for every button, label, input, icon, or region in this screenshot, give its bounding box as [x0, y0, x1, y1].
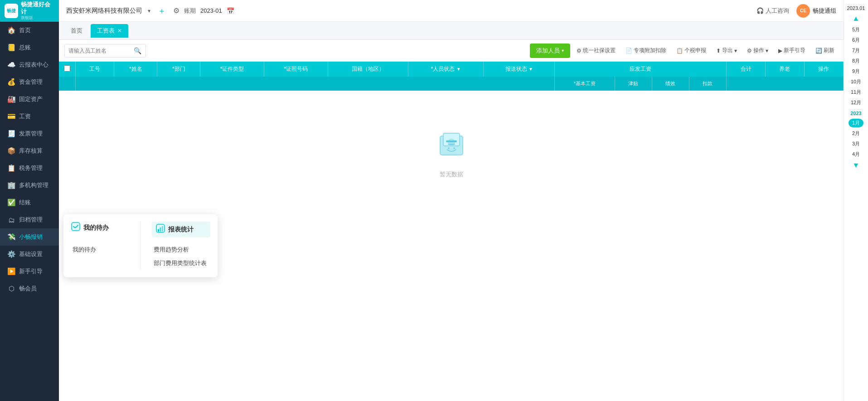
sidebar-item-archive[interactable]: 🗂归档管理	[0, 211, 59, 228]
sidebar-item-cloud-report[interactable]: ☁️云报表中心	[0, 56, 59, 73]
timeline-month[interactable]: 7月	[850, 45, 862, 56]
sidebar-item-member[interactable]: ⬡畅会员	[0, 280, 59, 297]
main-area: 西安虾米网络科技有限公司 ▾ ＋ ⚙ 账期 2023-01 📅 🎧 人工咨询 C…	[59, 0, 844, 401]
topbar-right: 🎧 人工咨询 CE 畅捷通组	[756, 4, 836, 18]
sidebar-item-xiaochang[interactable]: 💸小畅报销	[0, 228, 59, 246]
topbar-settings-icon[interactable]: ⚙	[173, 6, 179, 15]
new-guide-action[interactable]: ▶ 新手引导	[775, 45, 809, 56]
timeline-month[interactable]: 4月	[851, 149, 861, 159]
timeline-month[interactable]: 11月	[850, 87, 862, 97]
sidebar-item-invoice[interactable]: 🧾发票管理	[0, 125, 59, 142]
tab-home[interactable]: 首页	[64, 24, 89, 38]
svg-point-5	[448, 147, 450, 149]
logo-icon: 畅捷	[5, 4, 18, 18]
service-button[interactable]: 🎧 人工咨询	[756, 7, 789, 15]
svg-rect-9	[158, 229, 159, 232]
sidebar-item-multi-org[interactable]: 🏢多机构管理	[0, 177, 59, 194]
topbar-add-icon[interactable]: ＋	[155, 5, 169, 17]
toolbar: 🔍 添加人员 ▾ ⚙ 统一社保设置 📄 专项附加扣除 📋 个税申报	[59, 40, 844, 62]
no-data-text: 暂无数据	[440, 170, 463, 179]
period-value: 2023-01	[200, 7, 222, 14]
sidebar-item-fixed-assets[interactable]: 🏭固定资产	[0, 91, 59, 108]
svg-rect-7	[72, 222, 80, 231]
export-action[interactable]: ⬆ 导出 ▾	[713, 45, 741, 56]
timeline-prev-period: 2023.01	[846, 4, 866, 13]
tax-report-action[interactable]: 📋 个税申报	[673, 45, 710, 56]
logo-subtitle: 旗舰版	[21, 15, 54, 21]
report-filter-icon[interactable]: ▼	[529, 67, 533, 72]
timeline-month[interactable]: 8月	[850, 56, 862, 66]
user-menu[interactable]: CE 畅捷通组	[796, 4, 836, 18]
timeline-month[interactable]: 10月	[850, 77, 862, 87]
th-nationality: 国籍（地区）	[328, 62, 408, 77]
sidebar-item-newguide[interactable]: ▶️新手引导	[0, 263, 59, 280]
sidebar-item-inventory[interactable]: 📦库存核算	[0, 142, 59, 159]
timeline-down-nav[interactable]: ▼	[852, 160, 861, 170]
headset-icon: 🎧	[756, 7, 764, 14]
popup-todo-label: 我的待办	[83, 224, 109, 232]
timeline-next-months: 2月3月4月	[851, 128, 861, 159]
report-icon	[155, 223, 165, 236]
toolbar-actions: 添加人员 ▾ ⚙ 统一社保设置 📄 专项附加扣除 📋 个税申报 ⬆ 导出	[530, 43, 838, 58]
th-name: *姓名	[114, 62, 157, 77]
special-deduct-icon: 📄	[626, 48, 632, 54]
basic-icon: ⚙️	[7, 250, 15, 258]
right-timeline: 2023.01 ▲ 5月6月7月8月9月10月11月12月 2023 1月 2月…	[844, 0, 868, 401]
timeline-current-month[interactable]: 1月	[849, 119, 863, 127]
timeline-month[interactable]: 12月	[850, 97, 862, 108]
sidebar-item-tax[interactable]: 📋税务管理	[0, 159, 59, 177]
svg-point-6	[453, 147, 455, 149]
operation-action[interactable]: ⚙ 操作 ▾	[743, 45, 772, 56]
xiaochang-popup: 我的待办 我的待办 报表统计 费用趋	[63, 214, 218, 277]
timeline-month[interactable]: 5月	[850, 24, 862, 35]
operation-icon: ⚙	[747, 48, 752, 54]
sidebar-item-salary[interactable]: 💳工资	[0, 108, 59, 125]
no-data-area: 暂无数据	[59, 91, 844, 215]
tab-salary-close-icon[interactable]: ✕	[117, 28, 122, 34]
th-salary-group: 应发工资	[555, 62, 727, 77]
sidebar-item-checkout[interactable]: ✅结账	[0, 194, 59, 211]
operation-dropdown-icon: ▾	[766, 48, 768, 54]
tab-home-label: 首页	[71, 27, 82, 35]
sidebar-item-ledger[interactable]: 📒总账	[0, 39, 59, 56]
sidebar-item-basic[interactable]: ⚙️基础设置	[0, 246, 59, 263]
timeline-month[interactable]: 6月	[850, 35, 862, 45]
refresh-action[interactable]: 🔄 刷新	[812, 45, 838, 56]
timeline-month[interactable]: 3月	[851, 139, 861, 149]
todo-icon	[71, 222, 81, 234]
svg-rect-4	[448, 144, 455, 145]
popup-report-item-1[interactable]: 部门费用类型统计表	[152, 256, 211, 270]
content-area: 🔍 添加人员 ▾ ⚙ 统一社保设置 📄 专项附加扣除 📋 个税申报	[59, 40, 844, 401]
select-all-checkbox[interactable]	[64, 65, 70, 72]
refresh-icon: 🔄	[815, 48, 822, 54]
sidebar-item-funds[interactable]: 💰资金管理	[0, 73, 59, 91]
th-deduction: 扣款	[689, 77, 726, 91]
search-input[interactable]	[68, 48, 132, 54]
social-security-action[interactable]: ⚙ 统一社保设置	[573, 45, 619, 56]
sidebar-items: 🏠首页📒总账☁️云报表中心💰资金管理🏭固定资产💳工资🧾发票管理📦库存核算📋税务管…	[0, 22, 59, 297]
popup-report-label: 报表统计	[168, 226, 194, 234]
search-box: 🔍	[64, 44, 146, 58]
popup-todo-col: 我的待办 我的待办	[71, 222, 130, 270]
add-person-button[interactable]: 添加人员 ▾	[530, 43, 570, 58]
calendar-icon[interactable]: 📅	[227, 7, 234, 14]
timeline-month[interactable]: 9月	[850, 66, 862, 77]
th-status: *人员状态 ▼	[408, 62, 484, 77]
status-filter-icon[interactable]: ▼	[456, 67, 461, 72]
timeline-month[interactable]: 2月	[851, 128, 861, 139]
popup-todo-item-0[interactable]: 我的待办	[71, 243, 130, 256]
tax-report-icon: 📋	[676, 48, 683, 54]
th-report-status: 报送状态 ▼	[484, 62, 555, 77]
th-id-num: *证照号码	[264, 62, 328, 77]
th-dept: *部门	[157, 62, 200, 77]
member-icon: ⬡	[7, 285, 15, 293]
company-dropdown-icon[interactable]: ▾	[148, 8, 150, 14]
timeline-up-nav[interactable]: ▲	[852, 14, 861, 24]
svg-rect-3	[446, 140, 457, 142]
tab-salary[interactable]: 工资表 ✕	[91, 24, 128, 38]
special-deduct-action[interactable]: 📄 专项附加扣除	[622, 45, 670, 56]
popup-report-item-0[interactable]: 费用趋势分析	[152, 243, 211, 256]
sidebar-item-home[interactable]: 🏠首页	[0, 22, 59, 39]
period-label: 账期	[184, 7, 196, 15]
th-basic-salary: *基本工资	[555, 77, 615, 91]
